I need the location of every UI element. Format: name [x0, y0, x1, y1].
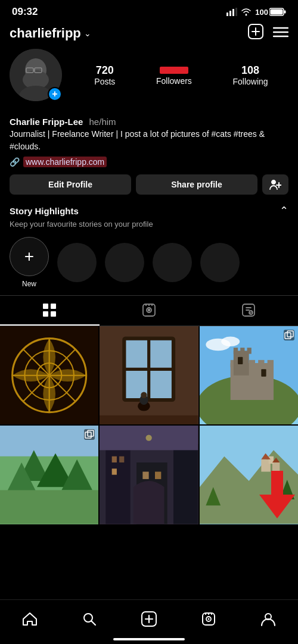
nav-home-button[interactable]	[17, 606, 43, 632]
svg-rect-81	[106, 451, 131, 524]
display-name: Charlie Fripp-Lee he/him	[10, 117, 288, 127]
svg-rect-2	[232, 9, 234, 16]
highlights-collapse-icon[interactable]: ⌃	[280, 204, 288, 217]
svg-rect-0	[226, 12, 228, 16]
svg-rect-24	[51, 304, 56, 309]
svg-rect-60	[267, 360, 273, 367]
bio-text: Journalist | Freelance Writer | I post a…	[10, 128, 288, 153]
chevron-down-icon[interactable]: ⌄	[84, 29, 91, 38]
wifi-icon	[241, 8, 252, 16]
svg-line-102	[92, 621, 96, 626]
new-highlight-label: New	[22, 280, 36, 288]
nav-search-button[interactable]	[76, 606, 103, 632]
svg-rect-76	[0, 490, 98, 524]
grid-cell-6[interactable]	[200, 426, 298, 524]
svg-rect-86	[112, 469, 117, 475]
avatar-wrapper: +	[10, 49, 62, 101]
svg-rect-83	[173, 444, 198, 524]
status-time: 09:32	[12, 6, 38, 18]
highlight-circle-4[interactable]	[200, 243, 240, 282]
tab-tagged[interactable]	[198, 296, 298, 326]
status-bar: 09:32 100	[0, 0, 298, 21]
header: charliefripp ⌄	[0, 21, 298, 49]
add-post-button[interactable]	[248, 24, 263, 43]
svg-rect-50	[100, 415, 198, 424]
highlight-circle-2[interactable]	[105, 243, 144, 282]
svg-rect-58	[249, 360, 254, 367]
tab-grid[interactable]	[0, 296, 100, 326]
svg-rect-23	[43, 304, 48, 309]
nav-reels-button[interactable]	[195, 606, 222, 632]
home-indicator	[113, 638, 185, 640]
tagged-icon	[241, 303, 256, 317]
reels-icon	[142, 303, 156, 317]
grid-icon	[42, 303, 57, 317]
link-icon: 🔗	[10, 157, 20, 167]
highlight-circle-1[interactable]	[57, 243, 97, 282]
grid-cell-2[interactable]	[100, 326, 198, 424]
svg-rect-95	[268, 457, 273, 464]
svg-rect-26	[51, 311, 56, 317]
bottom-nav	[0, 599, 298, 644]
followers-bar-graphic	[160, 67, 188, 74]
posts-stat[interactable]: 720 Posts	[94, 64, 115, 86]
share-profile-button[interactable]: Share profile	[136, 174, 257, 195]
profile-section: + 720 Posts Followers 108 Following	[0, 49, 298, 117]
svg-rect-66	[261, 369, 266, 376]
website-link[interactable]: www.charliefripp.com	[23, 157, 107, 167]
grid-cell-4[interactable]	[0, 426, 98, 524]
add-person-button[interactable]	[262, 174, 288, 195]
svg-point-90	[146, 435, 152, 441]
svg-rect-88	[155, 472, 161, 479]
tab-reels[interactable]	[100, 296, 199, 326]
highlights-section: Story Highlights ⌃ Keep your favourite s…	[0, 204, 298, 288]
svg-rect-3	[235, 8, 237, 16]
action-buttons: Edit Profile Share profile	[0, 174, 298, 195]
highlight-circle-3[interactable]	[153, 243, 192, 282]
nav-add-button[interactable]	[136, 606, 162, 632]
svg-rect-64	[247, 348, 251, 354]
svg-rect-63	[240, 348, 244, 354]
tabs-row	[0, 295, 298, 326]
svg-rect-25	[43, 311, 48, 317]
following-stat[interactable]: 108 Following	[233, 64, 268, 86]
svg-rect-65	[238, 357, 243, 364]
svg-point-29	[148, 310, 150, 311]
svg-rect-87	[143, 472, 149, 479]
highlights-subtitle: Keep your favourite stories on your prof…	[10, 220, 288, 229]
nav-profile-button[interactable]	[255, 606, 281, 632]
highlight-plus-icon: +	[10, 237, 49, 276]
posts-label: Posts	[94, 77, 115, 86]
signal-icon	[226, 8, 237, 16]
highlights-title: Story Highlights	[10, 206, 79, 216]
svg-point-108	[208, 618, 210, 620]
svg-rect-62	[233, 348, 237, 354]
svg-point-49	[141, 392, 147, 398]
svg-point-53	[221, 337, 240, 347]
username-text: charliefripp	[10, 26, 81, 41]
new-highlight-button[interactable]: + New	[10, 237, 49, 288]
link-row: 🔗 www.charliefripp.com	[10, 157, 288, 167]
bio-section: Charlie Fripp-Lee he/him Journalist | Fr…	[0, 117, 298, 167]
edit-profile-button[interactable]: Edit Profile	[10, 174, 131, 195]
highlights-row: + New	[10, 237, 288, 288]
multi-photo-badge	[284, 330, 294, 340]
posts-count: 720	[94, 64, 115, 77]
header-icons	[248, 24, 288, 43]
grid-cell-5[interactable]	[100, 426, 198, 524]
svg-rect-7	[284, 11, 286, 14]
svg-rect-1	[229, 11, 231, 16]
grid-cell-3[interactable]	[200, 326, 298, 424]
profile-top: + 720 Posts Followers 108 Following	[10, 49, 288, 101]
avatar-add-story-button[interactable]: +	[48, 87, 62, 101]
battery-level: 100	[255, 8, 268, 17]
battery-icon: 100	[255, 8, 286, 17]
followers-stat[interactable]: Followers	[156, 64, 192, 86]
svg-rect-6	[271, 10, 283, 15]
username-row[interactable]: charliefripp ⌄	[10, 26, 91, 41]
grid-cell-1[interactable]	[0, 326, 98, 424]
svg-marker-100	[259, 471, 295, 518]
svg-point-4	[246, 14, 247, 16]
svg-rect-84	[112, 457, 117, 462]
menu-icon[interactable]	[273, 25, 288, 42]
